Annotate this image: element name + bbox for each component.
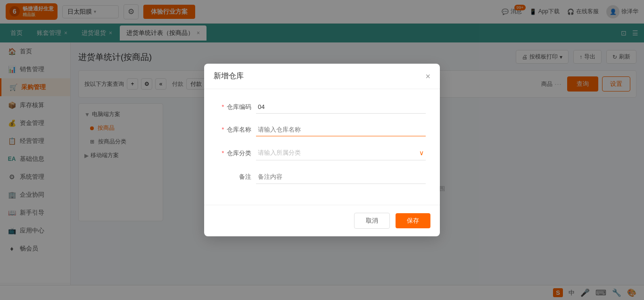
form-row-code: * 仓库编码 (218, 100, 426, 114)
name-input[interactable] (256, 123, 426, 136)
modal-header: 新增仓库 × (204, 64, 440, 89)
save-button[interactable]: 保存 (396, 213, 430, 228)
modal-add-warehouse: 新增仓库 × * 仓库编码 * 仓库名称 (204, 64, 440, 236)
category-placeholder: 请输入所属分类 (258, 149, 301, 157)
category-select[interactable]: 请输入所属分类 ∨ (256, 146, 426, 160)
form-row-category: * 仓库分类 请输入所属分类 ∨ (218, 146, 426, 160)
note-input[interactable] (256, 170, 426, 184)
cancel-button[interactable]: 取消 (354, 213, 390, 229)
code-label: * 仓库编码 (218, 103, 256, 111)
modal-footer: 取消 保存 (204, 205, 440, 236)
category-label: * 仓库分类 (218, 149, 256, 158)
code-required-mark: * (222, 103, 224, 110)
modal-body: * 仓库编码 * 仓库名称 * 仓库分类 请输入 (204, 89, 440, 205)
name-label: * 仓库名称 (218, 125, 256, 134)
name-required-mark: * (222, 126, 224, 133)
code-input[interactable] (256, 100, 426, 114)
note-label: 备注 (218, 173, 256, 181)
modal-title: 新增仓库 (214, 71, 244, 81)
modal-close-button[interactable]: × (425, 72, 430, 81)
category-required-mark: * (222, 150, 224, 157)
modal-overlay: 新增仓库 × * 仓库编码 * 仓库名称 (0, 0, 644, 300)
form-row-note: 备注 (218, 170, 426, 184)
form-row-name: * 仓库名称 (218, 123, 426, 136)
category-dropdown-arrow: ∨ (419, 149, 424, 157)
